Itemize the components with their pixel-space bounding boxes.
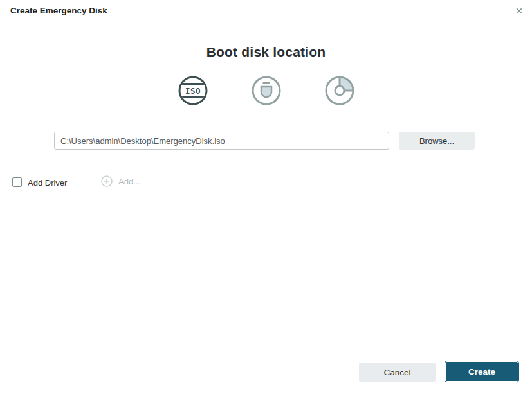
add-driver-checkbox[interactable]	[12, 177, 22, 187]
add-driver-label[interactable]: Add Driver	[28, 178, 67, 188]
add-driver-action[interactable]: Add...	[101, 175, 140, 187]
create-button-focus-ring: Create	[445, 361, 519, 382]
browse-button[interactable]: Browse...	[399, 132, 475, 150]
add-circle-icon	[101, 175, 113, 187]
usb-drive-icon	[251, 75, 282, 106]
usb-drive-option[interactable]	[251, 75, 282, 106]
page-title: Boot disk location	[0, 44, 532, 60]
cancel-button[interactable]: Cancel	[359, 363, 436, 382]
optical-disc-icon	[324, 75, 355, 106]
create-emergency-disk-dialog: Create Emergency Disk ✕ Boot disk locati…	[0, 0, 532, 394]
add-button-label: Add...	[118, 177, 140, 186]
iso-icon-label: ISO	[185, 86, 200, 96]
iso-image-option[interactable]: ISO	[178, 75, 208, 106]
close-icon[interactable]: ✕	[512, 4, 526, 18]
iso-path-input[interactable]	[54, 132, 389, 150]
create-button[interactable]: Create	[446, 362, 518, 381]
iso-image-icon: ISO	[178, 75, 208, 106]
boot-media-options: ISO	[0, 75, 532, 106]
optical-disc-option[interactable]	[324, 75, 355, 106]
window-title: Create Emergency Disk	[10, 6, 107, 15]
